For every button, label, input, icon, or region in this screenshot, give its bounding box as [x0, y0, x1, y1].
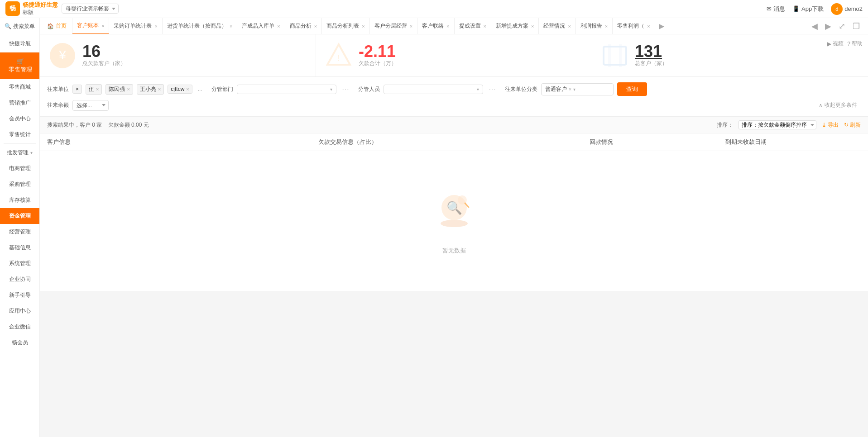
tab-close-contact[interactable]: ×: [446, 24, 449, 29]
stat-3-content: 131 总客户（家）: [635, 43, 667, 67]
export-btn[interactable]: ⤓ 导出: [822, 121, 839, 129]
stat-bg-icon-3: [601, 42, 628, 69]
balance-select[interactable]: 选择...: [72, 100, 109, 111]
remove-chen-btn[interactable]: ×: [127, 86, 129, 92]
sidebar-item-retail-stats[interactable]: 零售统计: [0, 127, 39, 142]
tab-home[interactable]: 🏠 首页: [42, 18, 72, 34]
tab-customer-tier[interactable]: 客户分层经营 ×: [370, 18, 417, 34]
tab-commission-settings[interactable]: 提成设置 ×: [455, 18, 491, 34]
stat-2-number: -2.11: [359, 43, 397, 60]
filters-area: 往来单位 × 伍 × 陈民强 × 王小亮 ×: [40, 77, 868, 117]
stat-total-receivable: ! -2.11 欠款合计（万）: [316, 34, 592, 76]
tab-close-profit[interactable]: ×: [605, 24, 608, 29]
svg-rect-6: [619, 44, 622, 67]
tab-new-commission[interactable]: 新增提成方案 ×: [491, 18, 539, 34]
tab-close-purchase-order[interactable]: ×: [154, 24, 157, 29]
remove-classify-btn[interactable]: ×: [569, 86, 571, 92]
sidebar-item-retail-mgmt[interactable]: 🛒 零售管理: [0, 52, 39, 79]
sidebar-search[interactable]: 🔍 搜索菜单: [0, 18, 39, 35]
stats-bar: ¥ 16 总欠款客户（家） ! -2.11 欠款合计（万）: [40, 34, 868, 77]
sidebar-item-basic-info[interactable]: 基础信息: [0, 240, 39, 256]
sidebar-item-enterprise[interactable]: 企业协同: [0, 271, 39, 287]
query-button[interactable]: 查询: [617, 82, 647, 96]
demo-select[interactable]: 母婴行业演示帐套: [62, 4, 119, 14]
remove-wu-btn[interactable]: ×: [96, 86, 99, 92]
filter-tag-unit-cjttcw: cjttcw ×: [168, 85, 192, 94]
empty-state: 🔍 暂无数据: [40, 151, 868, 291]
table-header: 客户信息 欠款交易信息（占比） 回款情况 到期未收款日期: [40, 133, 868, 151]
tab-prev-btn[interactable]: ◀: [809, 20, 820, 32]
stat-3-label: 总客户（家）: [635, 60, 667, 67]
svg-rect-4: [604, 47, 626, 65]
collapse-btn[interactable]: ∧ 收起更多条件: [815, 100, 861, 111]
user-area[interactable]: d demo2: [831, 3, 863, 15]
sidebar-item-finance[interactable]: 资金管理: [0, 208, 39, 224]
sidebar-item-ecommerce[interactable]: 电商管理: [0, 161, 39, 176]
tab-goods-inbound-stats[interactable]: 进货单统计表（按商品） ×: [163, 18, 237, 34]
sidebar-quick-nav[interactable]: 快捷导航: [0, 35, 39, 52]
stat-total-customers: ¥ 16 总欠款客户（家）: [40, 34, 316, 76]
chevron-up-icon: ∧: [819, 102, 823, 109]
tab-restore-btn[interactable]: ❐: [850, 20, 863, 32]
stat-video-help: ▶ 视频 ? 帮助: [827, 40, 863, 48]
results-left: 搜索结果中，客户 0 家 欠款金额 0.00 元: [47, 121, 149, 129]
person-select[interactable]: ▾: [384, 85, 483, 94]
tab-next-btn[interactable]: ▶: [822, 20, 834, 32]
tab-ops-status[interactable]: 经营情况 ×: [539, 18, 575, 34]
sidebar-item-guide[interactable]: 新手引导: [0, 287, 39, 303]
message-btn[interactable]: ✉ 消息: [767, 5, 785, 13]
stat-1-content: 16 总欠款客户（家）: [82, 43, 126, 67]
tab-retail-profit[interactable]: 零售利润（ ×: [613, 18, 655, 34]
tab-profit-report[interactable]: 利润报告 ×: [576, 18, 613, 34]
sidebar-item-operations[interactable]: 经营管理: [0, 224, 39, 240]
tab-close-customer-tier[interactable]: ×: [410, 24, 412, 29]
tab-product-analysis-list[interactable]: 商品分析列表 ×: [322, 18, 369, 34]
sidebar-item-wechat[interactable]: 企业微信: [0, 319, 39, 335]
tab-customer-ledger[interactable]: 客户账本 ×: [72, 18, 109, 34]
sidebar-item-retail-mall[interactable]: 零售商城: [0, 79, 39, 95]
tab-fullscreen-btn[interactable]: ⤢: [836, 20, 848, 32]
sidebar-item-system[interactable]: 系统管理: [0, 256, 39, 271]
sidebar-item-member-center[interactable]: 会员中心: [0, 111, 39, 127]
unit-label: 往来单位: [47, 86, 69, 93]
tab-close-product-analysis[interactable]: ×: [314, 24, 317, 29]
stat-total-all-customers: 131 总客户（家）: [592, 34, 868, 76]
remove-cjttcw-btn[interactable]: ×: [186, 86, 189, 92]
sidebar-item-inventory[interactable]: 库存核算: [0, 192, 39, 208]
export-icon: ⤓: [822, 122, 826, 128]
tab-customer-contact[interactable]: 客户联络 ×: [417, 18, 454, 34]
results-right: 排序： 排序：按欠款金额倒序排序 ⤓ 导出 ↻ 刷新: [717, 120, 861, 129]
tab-close-retail-profit[interactable]: ×: [647, 24, 650, 29]
tab-production-inbound[interactable]: 产成品入库单 ×: [237, 18, 285, 34]
tab-close-commission[interactable]: ×: [484, 24, 486, 29]
avatar: d: [831, 3, 843, 15]
app-download-btn[interactable]: 📱 App下载: [792, 5, 824, 13]
tab-close-new-commission[interactable]: ×: [531, 24, 534, 29]
person-label: 分管人员: [358, 86, 380, 93]
tab-close-ops[interactable]: ×: [568, 24, 571, 29]
sort-select[interactable]: 排序：按欠款金额倒序排序: [739, 120, 816, 129]
tab-product-analysis[interactable]: 商品分析 ×: [285, 18, 322, 34]
tab-close-production[interactable]: ×: [277, 24, 280, 29]
tab-close-product-list[interactable]: ×: [362, 24, 364, 29]
remove-wang-btn[interactable]: ×: [158, 86, 161, 92]
video-btn[interactable]: ▶ 视频: [827, 40, 844, 48]
balance-label: 往来余额: [47, 101, 69, 109]
tab-more-btn[interactable]: ▶: [655, 22, 668, 30]
tab-close-inbound[interactable]: ×: [230, 24, 232, 29]
unit-classify-select[interactable]: 普通客户 × ▾: [541, 83, 614, 95]
tab-close-customer-ledger[interactable]: ×: [101, 23, 104, 28]
refresh-btn[interactable]: ↻ 刷新: [844, 121, 861, 129]
sidebar-item-purchase[interactable]: 采购管理: [0, 176, 39, 192]
sidebar-item-member[interactable]: 畅会员: [0, 335, 39, 351]
top-bar-right: ✉ 消息 📱 App下载 d demo2: [767, 3, 863, 15]
sidebar-item-marketing[interactable]: 营销推广: [0, 95, 39, 111]
filter-tag-unit-base: ×: [72, 85, 82, 94]
tab-purchase-order-stats[interactable]: 采购订单统计表 ×: [109, 18, 162, 34]
sidebar-item-wholesale[interactable]: 批发管理 ▾: [0, 145, 39, 161]
dept-select[interactable]: ▾: [237, 85, 336, 94]
more-tags-btn[interactable]: ...: [196, 85, 204, 93]
sidebar-item-apps[interactable]: 应用中心: [0, 303, 39, 319]
results-text: 搜索结果中，客户 0 家 欠款金额 0.00 元: [47, 121, 149, 129]
help-btn[interactable]: ? 帮助: [847, 40, 863, 48]
